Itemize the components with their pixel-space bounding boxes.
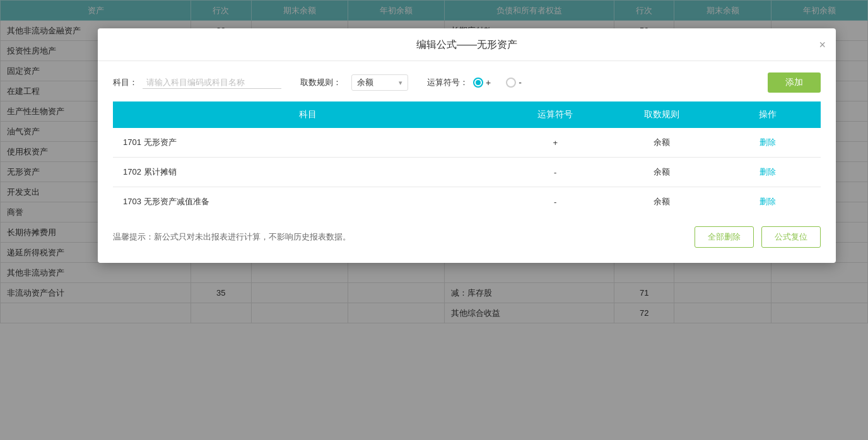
reset-formula-button[interactable]: 公式复位 bbox=[761, 226, 821, 248]
rule-label: 取数规则： bbox=[300, 77, 341, 88]
radio-plus-circle bbox=[473, 78, 483, 88]
row-operator: - bbox=[502, 158, 608, 187]
formula-table-row: 1703 无形资产减值准备 - 余额 删除 bbox=[113, 187, 821, 217]
delete-row-link[interactable]: 删除 bbox=[760, 137, 776, 147]
table-header-operator: 运算符号 bbox=[502, 101, 608, 128]
row-rule: 余额 bbox=[608, 158, 714, 187]
row-rule: 余额 bbox=[608, 187, 714, 217]
warning-text: 温馨提示：新公式只对未出报表进行计算，不影响历史报表数据。 bbox=[113, 231, 351, 243]
operator-group: 运算符号： + - bbox=[427, 77, 522, 88]
row-action: 删除 bbox=[715, 187, 821, 217]
rule-select-value: 余额 bbox=[357, 77, 373, 88]
formula-form-row: 科目： 取数规则： 余额 ▾ 运算符号： + - 添加 bbox=[98, 61, 836, 101]
row-action: 删除 bbox=[715, 158, 821, 187]
row-subject: 1703 无形资产减值准备 bbox=[113, 187, 502, 217]
radio-plus-label: + bbox=[486, 78, 491, 88]
table-header-subject: 科目 bbox=[113, 101, 502, 128]
delete-row-link[interactable]: 删除 bbox=[760, 197, 776, 206]
row-operator: + bbox=[502, 128, 608, 158]
row-action: 删除 bbox=[715, 128, 821, 158]
edit-formula-modal: 编辑公式——无形资产 × 科目： 取数规则： 余额 ▾ 运算符号： + - bbox=[98, 28, 836, 263]
footer-buttons: 全部删除 公式复位 bbox=[695, 226, 821, 248]
rule-select[interactable]: 余额 ▾ bbox=[351, 74, 408, 91]
formula-table-row: 1702 累计摊销 - 余额 删除 bbox=[113, 158, 821, 187]
select-arrow-icon: ▾ bbox=[399, 79, 402, 87]
delete-row-link[interactable]: 删除 bbox=[760, 167, 776, 177]
subject-label: 科目： bbox=[113, 77, 138, 88]
table-header-rule: 取数规则 bbox=[608, 101, 714, 128]
row-operator: - bbox=[502, 187, 608, 217]
radio-plus[interactable]: + bbox=[473, 78, 491, 88]
radio-minus-label: - bbox=[519, 78, 522, 88]
delete-all-button[interactable]: 全部删除 bbox=[695, 226, 754, 248]
subject-input[interactable] bbox=[143, 76, 281, 89]
radio-group: + - bbox=[473, 78, 522, 88]
add-button[interactable]: 添加 bbox=[768, 72, 821, 93]
radio-minus-circle bbox=[506, 78, 516, 88]
row-subject: 1702 累计摊销 bbox=[113, 158, 502, 187]
formula-table-row: 1701 无形资产 + 余额 删除 bbox=[113, 128, 821, 158]
formula-data-table: 科目 运算符号 取数规则 操作 1701 无形资产 + 余额 删除 1702 累… bbox=[113, 101, 821, 216]
table-header-action: 操作 bbox=[715, 101, 821, 128]
row-rule: 余额 bbox=[608, 128, 714, 158]
radio-minus[interactable]: - bbox=[506, 78, 522, 88]
modal-header: 编辑公式——无形资产 × bbox=[98, 28, 836, 61]
modal-footer: 温馨提示：新公式只对未出报表进行计算，不影响历史报表数据。 全部删除 公式复位 bbox=[98, 216, 836, 250]
modal-title: 编辑公式——无形资产 bbox=[416, 38, 517, 52]
modal-close-button[interactable]: × bbox=[819, 39, 826, 50]
operator-label: 运算符号： bbox=[427, 77, 468, 88]
row-subject: 1701 无形资产 bbox=[113, 128, 502, 158]
